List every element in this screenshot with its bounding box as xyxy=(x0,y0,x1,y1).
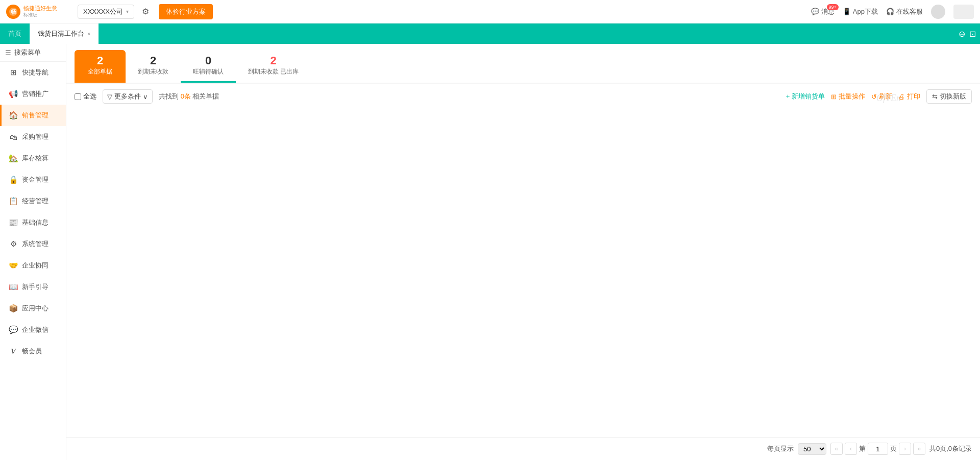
sidebar-item-label: 应用中心 xyxy=(22,304,48,313)
sidebar-item-label: 销售管理 xyxy=(22,111,48,120)
tab-close-icon[interactable]: × xyxy=(87,31,90,37)
search-menu-label: 搜索菜单 xyxy=(14,48,41,57)
sidebar-item-member[interactable]: V 畅会员 xyxy=(0,341,66,362)
next-page-button[interactable]: › xyxy=(899,443,911,455)
pagination: 每页显示 50 100 200 « ‹ 第 页 › » 共0页,0条记录 xyxy=(66,437,980,460)
tab-minimize-icon[interactable]: ⊖ xyxy=(959,29,965,39)
message-icon: 💬 xyxy=(811,8,819,15)
app-icon: 📱 xyxy=(843,8,851,15)
filter-icon: ▽ xyxy=(107,93,112,101)
avatar[interactable] xyxy=(931,5,945,19)
app-download-label: App下载 xyxy=(853,7,878,16)
batch-operation-button[interactable]: ⊞ 批量操作 xyxy=(831,92,865,101)
found-prefix: 共找到 xyxy=(159,92,179,100)
sidebar-item-label: 快捷导航 xyxy=(22,68,48,77)
company-selector[interactable]: XXXXXX公司 ▾ xyxy=(78,5,134,19)
sidebar-item-sales[interactable]: 🏠 销售管理 xyxy=(0,105,66,126)
sidebar-item-label: 基础信息 xyxy=(22,218,48,227)
header: 畅 畅捷通好生意 标准版 XXXXXX公司 ▾ ⚙ 体验行业方案 💬 消息 99… xyxy=(0,0,980,23)
purchase-icon: 🛍 xyxy=(9,133,18,141)
trial-button[interactable]: 体验行业方案 xyxy=(159,4,213,19)
prev-page-button[interactable]: ‹ xyxy=(845,443,857,455)
filter-label: 更多条件 xyxy=(114,92,141,101)
system-icon: ⚙ xyxy=(9,239,18,249)
found-count: 0条 xyxy=(181,92,191,100)
select-all-checkbox[interactable]: 全选 xyxy=(75,92,96,101)
switch-icon: ⇆ xyxy=(932,93,938,101)
chevron-icon: ∨ xyxy=(143,93,148,101)
sidebar-item-label: 采购管理 xyxy=(22,132,48,141)
sidebar: ☰ 搜索菜单 ⊞ 快捷导航 📢 营销推广 🏠 销售管理 🛍 采购管理 🏡 库存核… xyxy=(0,44,66,460)
marketing-icon: 📢 xyxy=(9,89,18,99)
status-tab-all[interactable]: 2 全部单据 xyxy=(75,50,126,83)
settings-button[interactable]: ⚙ xyxy=(138,5,153,19)
sidebar-item-quick-nav[interactable]: ⊞ 快捷导航 xyxy=(0,62,66,83)
tab-bar-actions: ⊖ ⊡ xyxy=(959,29,980,39)
online-service-button[interactable]: 🎧 在线客服 xyxy=(886,7,923,16)
status-tab-overdue-out[interactable]: 2 到期未收款 已出库 xyxy=(236,50,311,83)
finance-icon: 🔒 xyxy=(9,175,18,184)
sidebar-item-wechat[interactable]: 💬 企业微信 xyxy=(0,319,66,341)
tab-bar: 首页 钱货日清工作台 × ⊖ ⊡ xyxy=(0,23,980,44)
checkbox-input[interactable] xyxy=(75,93,81,100)
page-input[interactable] xyxy=(868,443,888,455)
sidebar-item-label: 新手引导 xyxy=(22,282,48,292)
sidebar-item-system[interactable]: ⚙ 系统管理 xyxy=(0,233,66,255)
message-button[interactable]: 💬 消息 99+ xyxy=(811,7,835,16)
logo-badge: 标准版 xyxy=(23,12,57,18)
sidebar-item-marketing[interactable]: 📢 营销推广 xyxy=(0,83,66,105)
tab-label-overdue: 到期未收款 xyxy=(138,67,168,76)
tab-workbench[interactable]: 钱货日清工作台 × xyxy=(30,23,99,44)
switch-label: 切换新版 xyxy=(940,92,966,101)
sidebar-item-operation[interactable]: 📋 经营管理 xyxy=(0,190,66,212)
sidebar-item-label: 资金管理 xyxy=(22,175,48,184)
tab-label-wangwang: 旺辅待确认 xyxy=(193,67,224,76)
basic-icon: 📰 xyxy=(9,218,18,227)
switch-version-button[interactable]: ⇆ 切换新版 xyxy=(926,89,972,104)
sidebar-item-label: 畅会员 xyxy=(22,347,42,356)
first-page-button[interactable]: « xyxy=(830,443,843,455)
tab-maximize-icon[interactable]: ⊡ xyxy=(969,29,976,39)
batch-icon: ⊞ xyxy=(831,93,837,101)
status-tab-overdue[interactable]: 2 到期未收款 xyxy=(126,50,181,83)
print-label: 打印 xyxy=(907,92,920,101)
print-button[interactable]: 🖨 打印 xyxy=(898,92,920,101)
company-name: XXXXXX公司 xyxy=(83,7,123,16)
tab-home[interactable]: 首页 xyxy=(0,23,30,44)
tab-count-wangwang: 0 xyxy=(205,54,211,67)
header-right: 💬 消息 99+ 📱 App下载 🎧 在线客服 xyxy=(811,5,974,19)
often-text: OfTEn xyxy=(876,93,901,104)
found-suffix: 相关单据 xyxy=(192,92,219,100)
page-nav: « ‹ 第 页 › » xyxy=(830,443,925,455)
toolbar: 全选 ▽ 更多条件 ∨ 共找到 0条 相关单据 + 新增销货单 ⊞ 批量操作 ↺ xyxy=(66,84,980,109)
logo-area: 畅 畅捷通好生意 标准版 xyxy=(6,5,72,19)
select-all-label: 全选 xyxy=(83,92,96,101)
sidebar-item-finance[interactable]: 🔒 资金管理 xyxy=(0,169,66,190)
sidebar-item-enterprise[interactable]: 🤝 企业协同 xyxy=(0,255,66,276)
tab-label-all: 全部单据 xyxy=(88,67,112,76)
per-page-select[interactable]: 50 100 200 xyxy=(798,443,826,455)
add-sales-order-button[interactable]: + 新增销货单 xyxy=(786,92,825,101)
avatar-extra[interactable] xyxy=(953,5,974,19)
page-prefix: 第 xyxy=(859,444,866,453)
sales-icon: 🏠 xyxy=(9,111,18,120)
filter-button[interactable]: ▽ 更多条件 ∨ xyxy=(103,89,153,104)
sidebar-item-guide[interactable]: 📖 新手引导 xyxy=(0,276,66,298)
inventory-icon: 🏡 xyxy=(9,154,18,163)
search-menu-button[interactable]: ☰ 搜索菜单 xyxy=(0,44,66,62)
guide-icon: 📖 xyxy=(9,282,18,292)
status-tab-wangwang[interactable]: 0 旺辅待确认 xyxy=(181,50,236,83)
member-icon: V xyxy=(9,347,18,356)
tab-count-overdue: 2 xyxy=(150,54,156,67)
sidebar-item-basic[interactable]: 📰 基础信息 xyxy=(0,212,66,233)
sidebar-item-inventory[interactable]: 🏡 库存核算 xyxy=(0,148,66,169)
tab-label-overdue-out: 到期未收款 已出库 xyxy=(248,67,299,76)
sidebar-item-purchase[interactable]: 🛍 采购管理 xyxy=(0,126,66,148)
sidebar-item-app-center[interactable]: 📦 应用中心 xyxy=(0,298,66,319)
logo-text: 畅捷通好生意 xyxy=(23,5,57,12)
sidebar-item-label: 系统管理 xyxy=(22,239,48,249)
app-download-button[interactable]: 📱 App下载 xyxy=(843,7,878,16)
found-text: 共找到 0条 相关单据 xyxy=(159,92,219,101)
last-page-button[interactable]: » xyxy=(913,443,925,455)
main-content: 2 全部单据 2 到期未收款 0 旺辅待确认 2 到期未收款 已出库 全选 xyxy=(66,44,980,460)
